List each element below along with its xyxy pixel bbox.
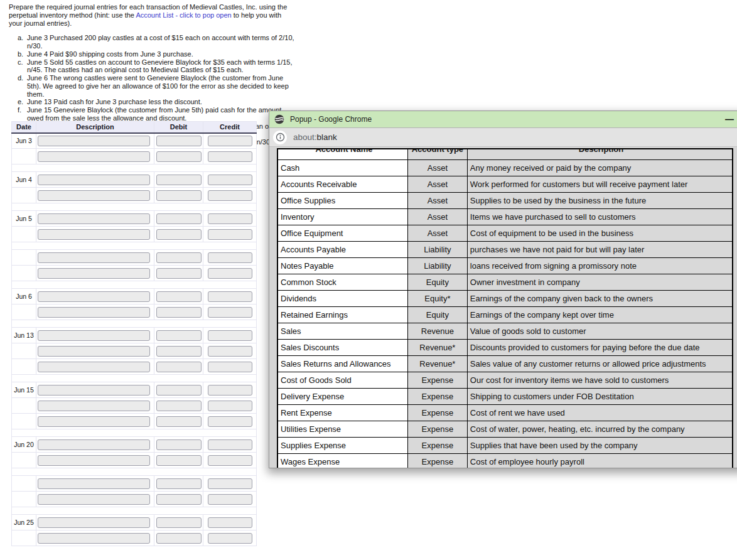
journal-credit-input[interactable] xyxy=(208,533,252,544)
journal-credit-input[interactable] xyxy=(208,307,252,318)
info-icon[interactable] xyxy=(273,131,287,144)
account-name-cell: Dividends xyxy=(277,291,407,307)
journal-debit-input[interactable] xyxy=(156,416,202,427)
account-name-cell: Wages Expense xyxy=(277,454,407,468)
popup-titlebar[interactable]: Popup - Google Chrome — xyxy=(269,111,737,128)
journal-credit-input[interactable] xyxy=(208,268,252,279)
account-desc-cell: Shipping to customers under FOB Destitat… xyxy=(467,389,733,405)
journal-desc-input[interactable] xyxy=(38,190,150,201)
journal-debit-input[interactable] xyxy=(156,401,202,411)
journal-desc-input[interactable] xyxy=(38,213,150,224)
list-item: c.June 5 Sold 55 castles on account to G… xyxy=(18,58,295,75)
journal-credit-input[interactable] xyxy=(208,494,252,505)
journal-debit-input[interactable] xyxy=(156,494,202,505)
journal-credit-input[interactable] xyxy=(208,439,252,450)
journal-debit-input[interactable] xyxy=(156,385,202,396)
account-desc-cell: purchases we have not paid for but will … xyxy=(467,242,733,258)
journal-credit-input[interactable] xyxy=(208,362,252,372)
journal-debit-input[interactable] xyxy=(156,455,202,466)
journal-credit-input[interactable] xyxy=(208,252,252,263)
journal-desc-input[interactable] xyxy=(38,229,150,240)
minimize-button[interactable]: — xyxy=(723,112,736,126)
journal-date-label xyxy=(12,530,36,546)
account-type-cell: Expense xyxy=(407,454,467,468)
account-desc-cell: Supplies to be used by the business in t… xyxy=(467,193,733,209)
journal-debit-input[interactable] xyxy=(156,478,202,489)
list-item: a.June 3 Purchased 200 play castles at a… xyxy=(18,34,295,50)
item-text: June 6 The wrong castles were sent to Ge… xyxy=(27,74,295,98)
journal-credit-input[interactable] xyxy=(208,385,252,396)
journal-debit-input[interactable] xyxy=(156,229,202,240)
journal-desc-input[interactable] xyxy=(38,401,150,411)
journal-credit-input[interactable] xyxy=(208,455,252,466)
journal-debit-input[interactable] xyxy=(156,346,202,357)
popup-title: Popup - Google Chrome xyxy=(290,115,372,124)
journal-desc-input[interactable] xyxy=(38,291,150,302)
journal-desc-input[interactable] xyxy=(38,494,150,505)
journal-desc-input[interactable] xyxy=(38,330,150,341)
journal-credit-input[interactable] xyxy=(208,291,252,302)
journal-desc-input[interactable] xyxy=(38,362,150,372)
account-row: DividendsEquity*Earnings of the company … xyxy=(277,291,733,307)
journal-debit-input[interactable] xyxy=(156,307,202,318)
journal-desc-input[interactable] xyxy=(38,533,150,544)
journal-debit-input[interactable] xyxy=(156,213,202,224)
journal-debit-input[interactable] xyxy=(156,291,202,302)
journal-debit-input[interactable] xyxy=(156,517,202,528)
journal-desc-input[interactable] xyxy=(38,268,150,279)
journal-date-label: Jun 25 xyxy=(12,515,36,530)
journal-desc-input[interactable] xyxy=(38,455,150,466)
journal-credit-input[interactable] xyxy=(208,416,252,427)
journal-credit-input[interactable] xyxy=(208,229,252,240)
journal-debit-input[interactable] xyxy=(156,190,202,201)
journal-credit-input[interactable] xyxy=(208,478,252,489)
journal-desc-input[interactable] xyxy=(38,151,150,162)
journal-credit-input[interactable] xyxy=(208,175,252,185)
journal-credit-input[interactable] xyxy=(208,190,252,201)
journal-credit-input[interactable] xyxy=(208,346,252,357)
account-row: Wages ExpenseExpenseCost of employee hou… xyxy=(277,454,733,468)
journal-credit-input[interactable] xyxy=(208,213,252,224)
url-field[interactable]: about:blank xyxy=(293,132,337,142)
journal-date-label xyxy=(12,188,36,203)
journal-row: Jun 4 xyxy=(12,172,257,188)
journal-desc-input[interactable] xyxy=(38,517,150,528)
journal-debit-input[interactable] xyxy=(156,439,202,450)
journal-debit-input[interactable] xyxy=(156,136,202,146)
journal-credit-input[interactable] xyxy=(208,330,252,341)
account-desc-cell: Items we have purchased to sell to custo… xyxy=(467,209,733,225)
journal-debit-input[interactable] xyxy=(156,533,202,544)
journal-date-label xyxy=(12,250,36,266)
journal-credit-input[interactable] xyxy=(208,517,252,528)
journal-desc-input[interactable] xyxy=(38,385,150,396)
account-name-cell: Office Supplies xyxy=(277,193,407,209)
journal-desc-input[interactable] xyxy=(38,175,150,185)
journal-date-label xyxy=(12,453,36,468)
account-name-cell: Office Equipment xyxy=(277,225,407,242)
journal-credit-input[interactable] xyxy=(208,151,252,162)
account-name-cell: Sales xyxy=(277,323,407,340)
journal-debit-input[interactable] xyxy=(156,362,202,372)
journal-desc-input[interactable] xyxy=(38,478,150,489)
journal-date-label: Jun 20 xyxy=(12,437,36,453)
journal-credit-input[interactable] xyxy=(208,136,252,146)
journal-debit-input[interactable] xyxy=(156,252,202,263)
item-letter: f. xyxy=(18,106,27,122)
journal-desc-input[interactable] xyxy=(38,136,150,146)
journal-desc-input[interactable] xyxy=(38,346,150,357)
account-list-link[interactable]: Account List - click to pop open xyxy=(136,11,231,19)
journal-date-label: Jun 15 xyxy=(12,382,36,398)
account-name-cell: Cash xyxy=(277,160,407,176)
account-type-cell: Revenue xyxy=(407,323,467,340)
journal-credit-input[interactable] xyxy=(208,401,252,411)
journal-desc-input[interactable] xyxy=(38,439,150,450)
journal-debit-input[interactable] xyxy=(156,175,202,185)
journal-desc-input[interactable] xyxy=(38,307,150,318)
account-type-cell: Asset xyxy=(407,193,467,209)
journal-debit-input[interactable] xyxy=(156,151,202,162)
journal-header-description: Description xyxy=(36,122,154,133)
journal-desc-input[interactable] xyxy=(38,252,150,263)
journal-desc-input[interactable] xyxy=(38,416,150,427)
journal-debit-input[interactable] xyxy=(156,268,202,279)
journal-debit-input[interactable] xyxy=(156,330,202,341)
